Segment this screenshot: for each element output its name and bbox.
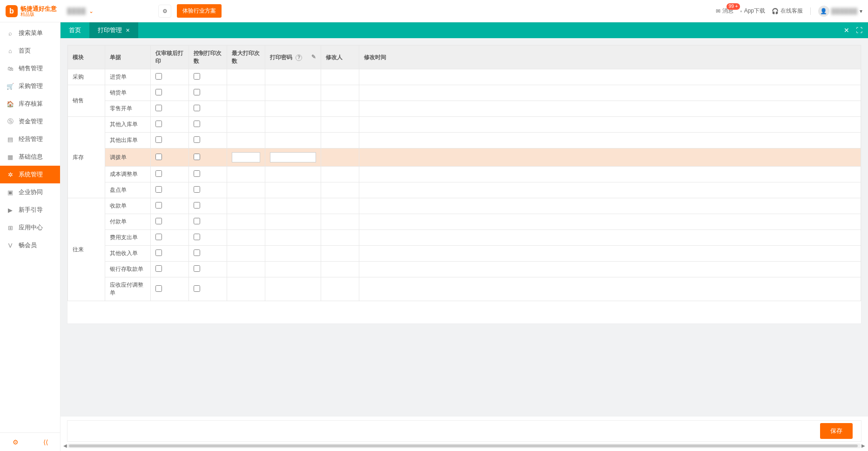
tab[interactable]: 首页	[61, 22, 89, 38]
audit-only-checkbox[interactable]	[155, 234, 162, 240]
password-cell	[265, 277, 321, 301]
max-count-cell	[227, 148, 265, 167]
online-support-link[interactable]: 🎧 在线客服	[772, 7, 803, 15]
module-cell: 采购	[68, 69, 105, 85]
module-cell: 库存	[68, 117, 105, 198]
gear-icon[interactable]: ⚙	[13, 438, 19, 446]
limit-count-checkbox[interactable]	[194, 265, 200, 272]
sidebar-item[interactable]: ▤经营管理	[0, 130, 60, 148]
sidebar-item[interactable]: ▶新手引导	[0, 201, 60, 219]
industry-solution-button[interactable]: 体验行业方案	[177, 4, 222, 18]
sidebar-item[interactable]: ▣企业协同	[0, 183, 60, 201]
company-selector[interactable]: ████ ⌄	[67, 7, 155, 14]
limit-count-checkbox[interactable]	[194, 202, 200, 209]
audit-only-checkbox[interactable]	[155, 285, 162, 292]
modifier-cell	[321, 230, 359, 246]
limit-count-checkbox[interactable]	[194, 89, 200, 95]
max-count-input[interactable]	[232, 152, 260, 162]
limit-count-checkbox[interactable]	[194, 136, 200, 143]
sidebar-item[interactable]: ▦基础信息	[0, 148, 60, 166]
sidebar-item-label: 采购管理	[19, 82, 43, 90]
sidebar-item[interactable]: V畅会员	[0, 236, 60, 254]
sidebar-item[interactable]: ✲系统管理	[0, 166, 60, 183]
table-row: 库存其他入库单	[68, 117, 861, 133]
brand-edition: 精品版	[20, 12, 57, 17]
audit-only-checkbox[interactable]	[155, 154, 162, 160]
limit-count-checkbox[interactable]	[194, 218, 200, 224]
settings-icon[interactable]: ⚙	[158, 5, 171, 18]
sidebar-item[interactable]: ⌂首页	[0, 42, 60, 60]
max-count-cell	[227, 101, 265, 117]
save-button[interactable]: 保存	[820, 423, 853, 439]
doc-name-cell: 成本调整单	[105, 167, 151, 182]
audit-only-checkbox[interactable]	[155, 218, 162, 224]
chevron-down-icon: ▾	[860, 8, 862, 14]
sidebar-item[interactable]: 🏠库存核算	[0, 95, 60, 113]
modified-at-cell	[359, 230, 861, 246]
audit-only-checkbox[interactable]	[155, 121, 162, 127]
doc-name-cell: 收款单	[105, 198, 151, 214]
modifier-cell	[321, 167, 359, 182]
col-password: 打印密码 ? ✎	[265, 46, 321, 69]
horizontal-scrollbar[interactable]: ◀ ▶	[67, 444, 861, 448]
audit-only-checkbox[interactable]	[155, 73, 162, 80]
sidebar-item-label: 经营管理	[19, 135, 43, 143]
modifier-cell	[321, 198, 359, 214]
sidebar-icon: ▤	[7, 136, 14, 143]
messages-link[interactable]: ✉ 消息 99 +	[716, 7, 733, 15]
limit-count-checkbox[interactable]	[194, 73, 200, 80]
max-count-cell	[227, 198, 265, 214]
tab[interactable]: 打印管理✕	[89, 22, 138, 38]
audit-only-checkbox[interactable]	[155, 202, 162, 209]
modified-at-cell	[359, 148, 861, 167]
audit-only-checkbox[interactable]	[155, 105, 162, 111]
edit-icon[interactable]: ✎	[311, 54, 316, 60]
audit-only-checkbox[interactable]	[155, 170, 162, 177]
limit-count-checkbox[interactable]	[194, 285, 200, 292]
table-row: 其他出库单	[68, 133, 861, 148]
sidebar-item-label: 资金管理	[19, 117, 43, 126]
sidebar-item[interactable]: ⌕搜索菜单	[0, 24, 60, 42]
fullscreen-icon[interactable]: ⛶	[856, 27, 862, 34]
panel: 模块 单据 仅审核后打印 控制打印次数 最大打印次数 打印密码 ? ✎	[67, 45, 861, 324]
scroll-left-icon[interactable]: ◀	[63, 443, 67, 448]
col-doc: 单据	[105, 46, 151, 69]
audit-only-checkbox[interactable]	[155, 186, 162, 193]
close-icon[interactable]: ✕	[126, 27, 130, 34]
limit-count-checkbox[interactable]	[194, 170, 200, 177]
modified-at-cell	[359, 246, 861, 262]
password-input[interactable]	[270, 152, 316, 162]
close-all-tabs-icon[interactable]: ✕	[844, 27, 849, 34]
sidebar-item[interactable]: 🛍销售管理	[0, 60, 60, 77]
modified-at-cell	[359, 214, 861, 230]
sidebar-item[interactable]: ⊞应用中心	[0, 219, 60, 236]
limit-count-checkbox[interactable]	[194, 121, 200, 127]
limit-count-checkbox[interactable]	[194, 105, 200, 111]
audit-only-checkbox[interactable]	[155, 136, 162, 143]
sidebar-item[interactable]: Ⓢ资金管理	[0, 113, 60, 130]
help-icon[interactable]: ?	[296, 54, 302, 61]
limit-count-checkbox[interactable]	[194, 249, 200, 256]
audit-only-checkbox[interactable]	[155, 89, 162, 95]
company-name: ████	[67, 7, 86, 14]
col-limit-count: 控制打印次数	[189, 46, 227, 69]
sidebar-item[interactable]: 🛒采购管理	[0, 77, 60, 95]
app-download-link[interactable]: ▫ App下载	[740, 7, 765, 15]
audit-only-checkbox[interactable]	[155, 249, 162, 256]
limit-count-checkbox[interactable]	[194, 186, 200, 193]
sidebar: ⌕搜索菜单⌂首页🛍销售管理🛒采购管理🏠库存核算Ⓢ资金管理▤经营管理▦基础信息✲系…	[0, 22, 61, 451]
sidebar-item-label: 基础信息	[19, 153, 43, 161]
table-row: 付款单	[68, 214, 861, 230]
scroll-right-icon[interactable]: ▶	[861, 443, 865, 448]
limit-count-checkbox[interactable]	[194, 154, 200, 160]
col-audit-only: 仅审核后打印	[151, 46, 189, 69]
app-header: b 畅捷通好生意 精品版 ████ ⌄ ⚙ 体验行业方案 ✉ 消息 99 + ▫…	[0, 0, 868, 22]
password-cell	[265, 101, 321, 117]
user-menu[interactable]: 👤 ██████ ▾	[818, 6, 862, 17]
modifier-cell	[321, 148, 359, 167]
sidebar-icon: ▣	[7, 189, 14, 196]
limit-count-checkbox[interactable]	[194, 234, 200, 240]
collapse-icon[interactable]: ⟨⟨	[43, 438, 48, 446]
audit-only-checkbox[interactable]	[155, 265, 162, 272]
doc-name-cell: 销货单	[105, 85, 151, 101]
